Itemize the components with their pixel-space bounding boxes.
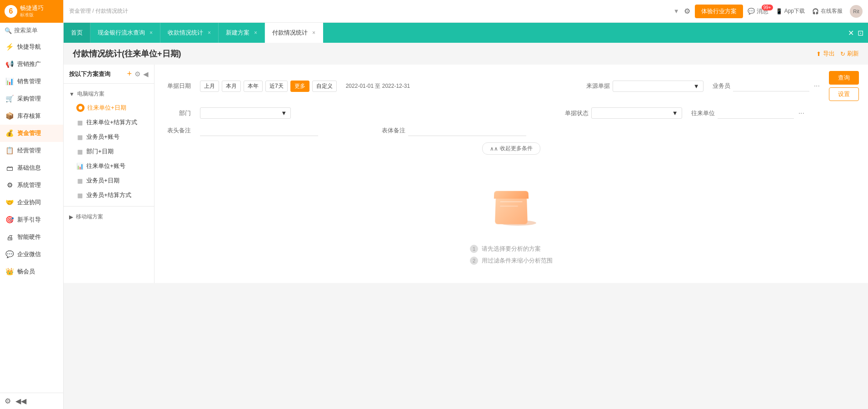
date-btn-more[interactable]: 更多 <box>290 81 309 92</box>
sidebar-item-hardware[interactable]: 🖨 智能硬件 <box>0 228 63 246</box>
expand-tab-icon[interactable]: ⊡ <box>858 29 863 37</box>
app-download-button[interactable]: 📱 App下载 <box>776 7 805 15</box>
hardware-icon: 🖨 <box>5 233 14 241</box>
date-btn-custom[interactable]: 自定义 <box>312 81 337 92</box>
date-filter-buttons: 上月 本月 本年 近7天 更多 自定义 <box>200 81 337 92</box>
operation-icon: 📋 <box>5 146 14 155</box>
settings-button[interactable]: 设置 <box>829 87 859 101</box>
sidebar-item-operation[interactable]: 📋 经营管理 <box>0 142 63 159</box>
panel-collapse-icon[interactable]: ◀ <box>143 70 149 78</box>
message-button[interactable]: 💬 消息 99+ <box>748 7 768 15</box>
source-select-arrow: ▼ <box>693 83 699 90</box>
sidebar-item-basics[interactable]: 🗃 基础信息 <box>0 159 63 177</box>
sidebar-item-label: 销售管理 <box>17 77 41 86</box>
scheme-item-dept-date[interactable]: ▦ 部门+日期 <box>64 144 154 159</box>
date-range-text: 2022-01-01 至 2022-12-31 <box>346 82 410 90</box>
employee-more-icon[interactable]: ··· <box>814 82 820 90</box>
mobile-section-arrow: ▶ <box>69 214 73 220</box>
refresh-icon: ↻ <box>840 50 845 57</box>
employee-filter-label: 业务员 <box>713 82 730 90</box>
sidebar-item-guide[interactable]: 🎯 新手引导 <box>0 211 63 228</box>
page-header-buttons: ⬆ 导出 ↻ 刷新 <box>816 50 859 58</box>
scheme-item-partner-account[interactable]: 📊 往来单位+账号 <box>64 159 154 173</box>
hint-2: 2 用过滤条件来缩小分析范围 <box>470 257 553 265</box>
partner-input[interactable] <box>718 108 794 119</box>
tab-new-scheme-label: 新建方案 <box>226 29 249 37</box>
box-line1 <box>500 201 522 202</box>
svg-point-0 <box>79 106 82 110</box>
refresh-button[interactable]: ↻ 刷新 <box>840 50 859 58</box>
tab-receipt-stats-close[interactable]: × <box>208 30 211 36</box>
filter-row-2: 部门 ▼ 单据状态 ▼ <box>164 107 859 119</box>
page-header: 付款情况统计(往来单位+日期) ⬆ 导出 ↻ 刷新 <box>64 43 868 65</box>
capital-icon: 💰 <box>5 129 14 137</box>
body-note-input[interactable] <box>408 125 526 136</box>
sidebar-item-label: 企业协同 <box>17 198 41 207</box>
scheme-item-employee-settle[interactable]: ▦ 业务员+结算方式 <box>64 188 154 202</box>
inventory-icon: 📦 <box>5 112 14 120</box>
employee-filter-group: 业务员 ··· <box>713 81 820 91</box>
left-panel-header: 按以下方案查询 + ⚙ ◀ <box>64 65 154 84</box>
search-menu[interactable]: 🔍 搜索菜单 <box>0 23 63 38</box>
scheme-item-employee-date[interactable]: ▦ 业务员+日期 <box>64 173 154 188</box>
user-avatar[interactable]: Rit <box>850 5 863 18</box>
mobile-section-title[interactable]: ▶ 移动端方案 <box>64 210 154 223</box>
date-btn-last-month[interactable]: 上月 <box>200 81 219 92</box>
sidebar-item-sales[interactable]: 📊 销售管理 <box>0 73 63 90</box>
sidebar-item-label: 经营管理 <box>17 146 41 155</box>
source-select[interactable]: ▼ <box>613 81 703 92</box>
partner-filter-label: 往来单位 <box>691 109 715 117</box>
trial-button[interactable]: 体验行业方案 <box>695 5 743 18</box>
tab-receipt-stats[interactable]: 收款情况统计 × <box>160 23 219 43</box>
partner-more-icon[interactable]: ··· <box>798 109 804 117</box>
dept-select[interactable]: ▼ <box>200 107 291 119</box>
scheme-settings-icon[interactable]: ⚙ <box>135 70 140 78</box>
date-btn-this-year[interactable]: 本年 <box>244 81 263 92</box>
settings-bottom-icon[interactable]: ⚙ <box>5 397 11 405</box>
tab-new-scheme-close[interactable]: × <box>254 30 257 36</box>
collapse-sidebar-icon[interactable]: ◀◀ <box>15 397 26 405</box>
user-name: Rit <box>853 9 859 14</box>
tab-cash-flow-close[interactable]: × <box>150 30 153 36</box>
tab-payment-stats-close[interactable]: × <box>312 30 315 36</box>
employee-input[interactable] <box>733 81 809 91</box>
active-dot <box>76 104 85 112</box>
close-all-tabs-icon[interactable]: ✕ <box>848 29 854 37</box>
tab-cash-flow[interactable]: 现金银行流水查询 × <box>90 23 160 43</box>
scheme-item-employee-account[interactable]: ▦ 业务员+账号 <box>64 130 154 144</box>
collapse-filter-button[interactable]: ∧∧ 收起更多条件 <box>482 142 540 155</box>
date-btn-this-month[interactable]: 本月 <box>222 81 241 92</box>
sidebar-item-purchase[interactable]: 🛒 采购管理 <box>0 90 63 107</box>
online-service-button[interactable]: 🎧 在线客服 <box>812 7 843 15</box>
header-note-input[interactable] <box>200 125 318 136</box>
sidebar-item-inventory[interactable]: 📦 库存核算 <box>0 107 63 125</box>
dept-select-arrow: ▼ <box>281 110 287 116</box>
box-body <box>495 197 528 224</box>
sidebar-item-label: 智能硬件 <box>17 233 41 241</box>
sidebar-item-quick-nav[interactable]: ⚡ 快捷导航 <box>0 38 63 56</box>
collapse-row: ∧∧ 收起更多条件 <box>164 142 859 155</box>
scheme-item-partner-date[interactable]: 往来单位+日期 <box>64 101 154 115</box>
doc-status-select[interactable]: ▼ <box>591 107 682 119</box>
sidebar-item-capital[interactable]: 💰 资金管理 <box>0 125 63 142</box>
tab-home[interactable]: 首页 <box>64 23 90 43</box>
sidebar-item-weixin[interactable]: 💬 企业微信 <box>0 246 63 263</box>
scheme-item-partner-settle[interactable]: ▦ 往来单位+结算方式 <box>64 115 154 130</box>
breadcrumb-arrow[interactable]: ▼ <box>673 8 679 15</box>
pc-section-title[interactable]: ▼ 电脑端方案 <box>64 87 154 101</box>
scheme-icon: ▦ <box>76 192 84 199</box>
query-button[interactable]: 查询 <box>829 71 859 85</box>
body-note-label: 表体备注 <box>382 126 405 135</box>
sidebar-item-member[interactable]: 👑 畅会员 <box>0 263 63 280</box>
topbar-gear-icon[interactable]: ⚙ <box>684 7 690 15</box>
tab-new-scheme[interactable]: 新建方案 × <box>219 23 265 43</box>
tab-payment-stats[interactable]: 付款情况统计 × <box>265 23 323 43</box>
scheme-icon: ▦ <box>76 148 84 155</box>
add-scheme-icon[interactable]: + <box>127 69 132 79</box>
topbar-right: 💬 消息 99+ 📱 App下载 🎧 在线客服 Rit <box>748 5 863 18</box>
sidebar-item-system[interactable]: ⚙ 系统管理 <box>0 177 63 194</box>
export-button[interactable]: ⬆ 导出 <box>816 50 835 58</box>
sidebar-item-marketing[interactable]: 📢 营销推广 <box>0 56 63 73</box>
date-btn-last-7-days[interactable]: 近7天 <box>265 81 288 92</box>
sidebar-item-enterprise[interactable]: 🤝 企业协同 <box>0 194 63 211</box>
